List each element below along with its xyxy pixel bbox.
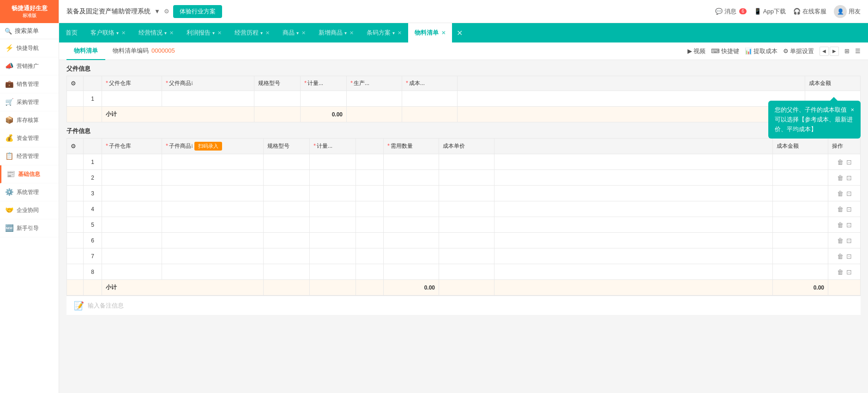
parent-row-1-production[interactable] — [347, 91, 402, 107]
shortcut-btn[interactable]: ⌨ 快捷键 — [711, 47, 739, 55]
tab-customer-close[interactable]: ✕ — [121, 30, 126, 36]
sidebar-item-quick-nav[interactable]: ⚡ 快捷导航 — [0, 39, 59, 57]
message-icon-item[interactable]: 💬 消息 6 — [715, 7, 747, 16]
child-row-1-unit-cost[interactable] — [439, 154, 494, 170]
parent-col-settings[interactable]: ⚙ — [67, 76, 84, 91]
child-row-3-delete-icon[interactable]: 🗑 — [837, 190, 844, 197]
tab-goods-close[interactable]: ✕ — [301, 30, 306, 36]
tab-goods[interactable]: 商品▾✕ — [276, 23, 312, 42]
online-service-item[interactable]: 🎧 在线客服 — [793, 7, 826, 16]
sidebar-item-inventory[interactable]: 📦 库存核算 — [0, 111, 59, 129]
tab-new-goods[interactable]: 新增商品▾✕ — [312, 23, 360, 42]
child-row-8-spec[interactable] — [264, 264, 310, 280]
tab-ops-status[interactable]: 经营情况▾✕ — [132, 23, 180, 42]
child-row-6-product[interactable] — [162, 233, 264, 248]
child-row-3-unit[interactable] — [310, 186, 356, 201]
child-row-1-product[interactable] — [162, 154, 264, 170]
tab-profit-close[interactable]: ✕ — [217, 30, 222, 36]
child-row-2-unit[interactable] — [310, 170, 356, 186]
child-row-1-unit[interactable] — [310, 154, 356, 170]
child-row-7-spec[interactable] — [264, 248, 310, 264]
child-row-6-warehouse[interactable] — [102, 233, 162, 248]
child-row-5-warehouse[interactable] — [102, 217, 162, 233]
tab-bom[interactable]: 物料清单✕ — [408, 23, 452, 42]
app-download-item[interactable]: 📱 App下载 — [754, 7, 786, 16]
parent-row-1-cost[interactable] — [402, 91, 458, 107]
child-row-3-spec[interactable] — [264, 186, 310, 201]
parent-row-1-unit[interactable] — [301, 91, 347, 107]
tab-ops-status-close[interactable]: ✕ — [169, 30, 174, 36]
child-row-2-copy-icon[interactable]: ⊡ — [846, 174, 852, 181]
child-row-5-delete-icon[interactable]: 🗑 — [837, 221, 844, 229]
tab-barcode[interactable]: 条码方案▾✕ — [360, 23, 408, 42]
tab-ops-history-close[interactable]: ✕ — [265, 30, 270, 36]
child-row-1-warehouse[interactable] — [102, 154, 162, 170]
child-row-2-spec[interactable] — [264, 170, 310, 186]
child-row-7-unit[interactable] — [310, 248, 356, 264]
child-row-7-unit-cost[interactable] — [439, 248, 494, 264]
child-row-2-delete-icon[interactable]: 🗑 — [837, 174, 844, 181]
child-row-4-delete-icon[interactable]: 🗑 — [837, 206, 844, 213]
child-row-6-spec[interactable] — [264, 233, 310, 248]
header-dropdown-icon[interactable]: ▼ — [154, 8, 160, 15]
single-settings-btn[interactable]: ⚙ 单据设置 — [783, 47, 814, 55]
child-row-3-product[interactable] — [162, 186, 264, 201]
gear-settings-icon[interactable]: ⚙ — [164, 8, 169, 15]
child-row-6-unit-cost[interactable] — [439, 233, 494, 248]
tab-barcode-close[interactable]: ✕ — [398, 30, 402, 36]
close-all-tabs[interactable]: ✕ — [452, 29, 467, 37]
child-row-1-delete-icon[interactable]: 🗑 — [837, 158, 844, 166]
child-row-1-copy-icon[interactable]: ⊡ — [846, 158, 852, 166]
sidebar-item-ops[interactable]: 📋 经营管理 — [0, 147, 59, 165]
list-view-btn[interactable]: ☰ — [855, 48, 861, 54]
child-row-5-unit[interactable] — [310, 217, 356, 233]
child-row-2-warehouse[interactable] — [102, 170, 162, 186]
child-row-5-spec[interactable] — [264, 217, 310, 233]
child-row-3-qty[interactable] — [384, 186, 439, 201]
sidebar-item-finance[interactable]: 💰 资金管理 — [0, 129, 59, 147]
child-row-2-qty[interactable] — [384, 170, 439, 186]
child-row-5-unit-cost[interactable] — [439, 217, 494, 233]
sidebar-item-purchase[interactable]: 🛒 采购管理 — [0, 93, 59, 111]
child-row-8-unit[interactable] — [310, 264, 356, 280]
user-item[interactable]: 👤 用友 — [834, 5, 861, 18]
child-row-8-product[interactable] — [162, 264, 264, 280]
parent-row-1-warehouse[interactable] — [102, 91, 162, 107]
child-row-4-warehouse[interactable] — [102, 201, 162, 217]
child-row-7-qty[interactable] — [384, 248, 439, 264]
child-row-6-qty[interactable] — [384, 233, 439, 248]
child-row-1-spec[interactable] — [264, 154, 310, 170]
child-row-2-unit-cost[interactable] — [439, 170, 494, 186]
child-row-7-warehouse[interactable] — [102, 248, 162, 264]
child-row-7-copy-icon[interactable]: ⊡ — [846, 253, 852, 260]
child-row-7-product[interactable] — [162, 248, 264, 264]
child-row-3-copy-icon[interactable]: ⊡ — [846, 190, 852, 197]
child-row-1-qty[interactable] — [384, 154, 439, 170]
sub-tab-bom[interactable]: 物料清单 — [66, 42, 105, 60]
child-row-2-product[interactable] — [162, 170, 264, 186]
tab-ops-history[interactable]: 经营历程▾✕ — [228, 23, 276, 42]
child-row-6-delete-icon[interactable]: 🗑 — [837, 237, 844, 244]
child-row-8-copy-icon[interactable]: ⊡ — [846, 268, 852, 276]
child-row-4-spec[interactable] — [264, 201, 310, 217]
child-row-4-product[interactable] — [162, 201, 264, 217]
child-row-7-delete-icon[interactable]: 🗑 — [837, 253, 844, 260]
child-row-6-unit[interactable] — [310, 233, 356, 248]
sidebar-item-system[interactable]: ⚙️ 系统管理 — [0, 183, 59, 201]
notes-placeholder[interactable]: 输入备注信息 — [88, 302, 124, 310]
tooltip-close[interactable]: × — [850, 105, 854, 115]
child-row-3-unit-cost[interactable] — [439, 186, 494, 201]
child-row-8-warehouse[interactable] — [102, 264, 162, 280]
sidebar-item-marketing[interactable]: 📣 营销推广 — [0, 57, 59, 75]
prev-arrow[interactable]: ◀ — [820, 47, 829, 56]
child-row-4-copy-icon[interactable]: ⊡ — [846, 206, 852, 213]
next-arrow[interactable]: ▶ — [830, 47, 839, 56]
parent-row-1-spec[interactable] — [254, 91, 301, 107]
extract-cost-btn[interactable]: 📊 提取成本 — [745, 47, 778, 55]
tab-bom-close[interactable]: ✕ — [441, 30, 446, 36]
video-btn[interactable]: ▶ 视频 — [687, 47, 705, 55]
child-row-8-qty[interactable] — [384, 264, 439, 280]
tab-profit[interactable]: 利润报告▾✕ — [180, 23, 228, 42]
child-col-settings[interactable]: ⚙ — [67, 139, 84, 154]
child-row-4-qty[interactable] — [384, 201, 439, 217]
